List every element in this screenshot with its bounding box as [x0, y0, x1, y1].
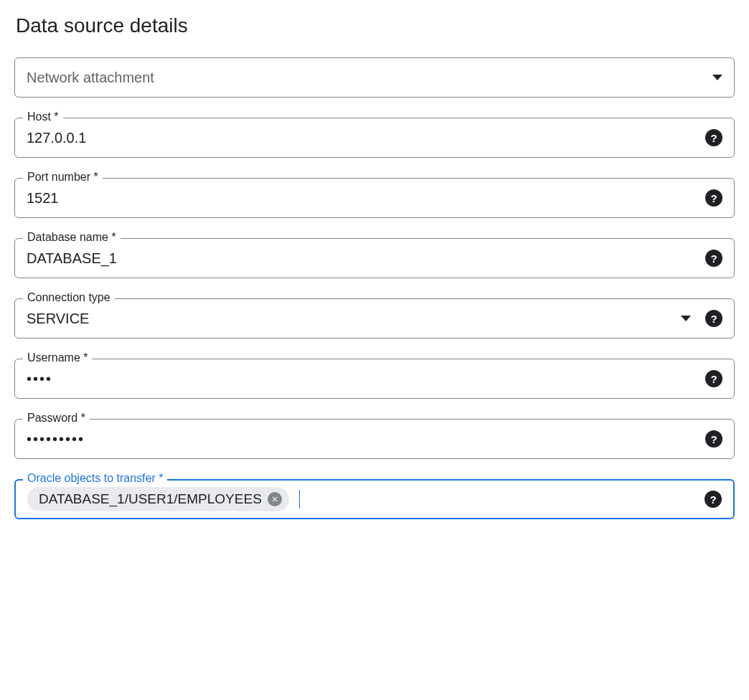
oracle-objects-field[interactable]: Oracle objects to transfer * DATABASE_1/…	[14, 479, 735, 519]
username-field[interactable]: Username * •••• ?	[14, 359, 735, 399]
page-title: Data source details	[14, 14, 735, 37]
connection-type-field[interactable]: Connection type SERVICE ?	[14, 298, 735, 339]
username-label: Username *	[23, 351, 92, 364]
oracle-objects-label: Oracle objects to transfer *	[23, 472, 167, 485]
host-label: Host *	[23, 110, 63, 123]
help-icon[interactable]: ?	[705, 250, 722, 267]
port-label: Port number *	[23, 171, 103, 184]
password-value: •••••••••	[27, 431, 697, 448]
port-value: 1521	[27, 190, 697, 207]
close-icon[interactable]	[268, 492, 282, 506]
host-field[interactable]: Host * 127.0.0.1 ?	[14, 118, 735, 158]
port-field[interactable]: Port number * 1521 ?	[14, 178, 735, 218]
help-icon[interactable]: ?	[705, 430, 722, 448]
object-chip[interactable]: DATABASE_1/USER1/EMPLOYEES	[27, 487, 289, 511]
network-attachment-field[interactable]: Network attachment	[14, 57, 735, 98]
password-label: Password *	[23, 412, 90, 425]
chevron-down-icon	[681, 316, 691, 321]
connection-type-value: SERVICE	[27, 311, 681, 327]
connection-type-label: Connection type	[23, 291, 115, 304]
help-icon[interactable]: ?	[705, 129, 722, 146]
host-value: 127.0.0.1	[27, 130, 697, 146]
database-name-value: DATABASE_1	[27, 250, 697, 267]
network-attachment-placeholder: Network attachment	[27, 70, 154, 86]
text-cursor	[299, 490, 300, 509]
password-field[interactable]: Password * ••••••••• ?	[14, 419, 735, 459]
chevron-down-icon	[712, 75, 722, 80]
help-icon[interactable]: ?	[705, 189, 722, 207]
username-value: ••••	[27, 371, 697, 387]
help-icon[interactable]: ?	[705, 310, 722, 327]
help-icon[interactable]: ?	[705, 491, 722, 508]
help-icon[interactable]: ?	[705, 370, 722, 387]
database-name-label: Database name *	[23, 231, 121, 244]
chip-label: DATABASE_1/USER1/EMPLOYEES	[39, 491, 262, 507]
database-name-field[interactable]: Database name * DATABASE_1 ?	[14, 238, 735, 278]
